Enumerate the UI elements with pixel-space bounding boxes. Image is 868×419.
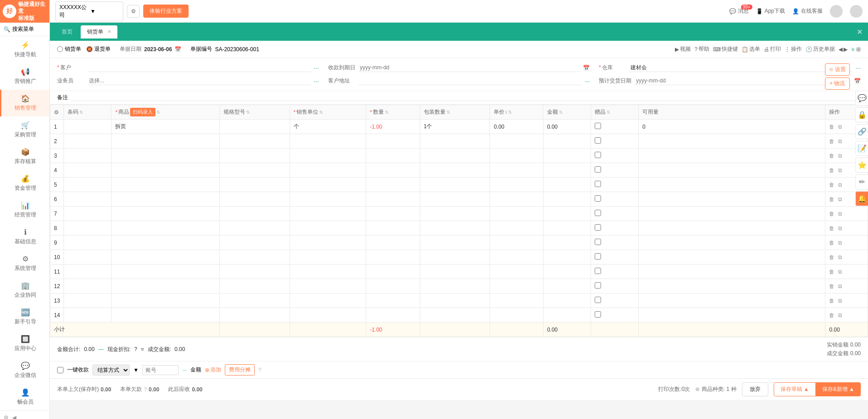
row-spec[interactable] xyxy=(219,250,290,265)
row-unit[interactable] xyxy=(290,265,366,279)
row-unit-price[interactable] xyxy=(490,294,543,308)
sidebar-item-sales[interactable]: 🏠 销售管理 xyxy=(0,90,49,116)
row-product[interactable] xyxy=(112,192,219,207)
row-barcode[interactable] xyxy=(64,221,112,236)
sidebar-item-purchase[interactable]: 🛒 采购管理 xyxy=(0,116,49,143)
message-button[interactable]: 💬 消息 99+ xyxy=(729,7,749,15)
row-unit-price[interactable] xyxy=(490,250,543,265)
delete-icon[interactable]: 🗑 xyxy=(829,240,834,246)
row-unit-price[interactable] xyxy=(490,221,543,236)
row-product[interactable] xyxy=(112,236,219,250)
row-unit[interactable] xyxy=(290,178,366,192)
prev-icon[interactable]: ◀ xyxy=(839,46,843,53)
copy-icon[interactable]: ⧉ xyxy=(838,225,842,231)
delete-icon[interactable]: 🗑 xyxy=(829,312,834,318)
copy-icon[interactable]: ⧉ xyxy=(838,283,842,289)
list-view-icon[interactable]: ≡ xyxy=(851,46,854,53)
avatar[interactable] xyxy=(830,5,843,18)
row-quantity[interactable] xyxy=(366,192,420,207)
radio-sales-order[interactable]: 销货单 xyxy=(57,45,81,53)
row-package-qty[interactable] xyxy=(420,134,490,149)
copy-icon[interactable]: ⧉ xyxy=(838,254,842,260)
pkgqty-sort[interactable]: ⇅ xyxy=(446,110,450,115)
row-product[interactable] xyxy=(112,250,219,265)
row-package-qty[interactable] xyxy=(420,294,490,308)
row-gift[interactable] xyxy=(591,236,639,250)
customer-input[interactable] xyxy=(87,63,311,72)
row-unit-price[interactable] xyxy=(490,279,543,294)
row-package-qty[interactable] xyxy=(420,178,490,192)
gift-checkbox[interactable] xyxy=(595,123,601,129)
copy-icon[interactable]: ⧉ xyxy=(838,298,842,304)
row-package-qty[interactable] xyxy=(420,250,490,265)
row-amount[interactable] xyxy=(543,207,591,221)
gift-checkbox[interactable] xyxy=(595,195,601,202)
right-btn-chat[interactable]: 💬 xyxy=(855,91,868,106)
delete-icon[interactable]: 🗑 xyxy=(829,269,834,275)
salesperson-dots[interactable]: ··· xyxy=(314,77,319,85)
col-settings[interactable]: ⚙ xyxy=(50,105,64,120)
sidebar-item-basic[interactable]: ℹ 基础信息 xyxy=(0,223,49,250)
row-quantity[interactable] xyxy=(366,265,420,279)
gift-checkbox[interactable] xyxy=(595,311,601,318)
gift-checkbox[interactable] xyxy=(595,282,601,289)
row-unit[interactable] xyxy=(290,279,366,294)
save-new-button[interactable]: 保存&新增 ▲ xyxy=(816,382,861,396)
row-spec[interactable] xyxy=(219,308,290,323)
customer-address-input[interactable] xyxy=(358,77,582,85)
row-unit[interactable] xyxy=(290,149,366,163)
row-package-qty[interactable] xyxy=(420,149,490,163)
app-download-button[interactable]: 📱 App下载 xyxy=(756,7,785,15)
online-service-button[interactable]: 👤 在线客服 xyxy=(792,7,823,15)
sidebar-item-inventory[interactable]: 📦 库存核算 xyxy=(0,143,49,170)
delete-icon[interactable]: 🗑 xyxy=(829,283,834,289)
price-sort[interactable]: ⇅ xyxy=(508,110,512,115)
operation-button[interactable]: ⋮ 操作 xyxy=(785,45,802,53)
right-btn-note[interactable]: 📝 xyxy=(855,141,868,156)
logistics-button[interactable]: + 物流 xyxy=(825,77,850,90)
settings-gear-button[interactable]: ⚙ xyxy=(127,5,140,18)
collapse-icon[interactable]: ◀ xyxy=(12,414,16,419)
sidebar-item-enterprise[interactable]: 🏢 企业协同 xyxy=(0,277,49,303)
row-amount[interactable] xyxy=(543,265,591,279)
row-amount[interactable] xyxy=(543,149,591,163)
copy-icon[interactable]: ⧉ xyxy=(838,312,842,318)
delivery-date-input[interactable] xyxy=(634,77,851,85)
customer-dots[interactable]: ··· xyxy=(314,64,319,72)
row-spec[interactable] xyxy=(219,134,290,149)
right-btn-edit[interactable]: ✏ xyxy=(855,174,868,189)
row-unit[interactable] xyxy=(290,207,366,221)
row-unit-price[interactable] xyxy=(490,192,543,207)
row-spec[interactable] xyxy=(219,294,290,308)
sidebar-item-member[interactable]: 👤 畅会员 xyxy=(0,384,49,410)
sidebar-item-finance[interactable]: 💰 资金管理 xyxy=(0,170,49,197)
row-barcode[interactable] xyxy=(64,265,112,279)
row-product[interactable] xyxy=(112,178,219,192)
dots-icon[interactable]: ··· xyxy=(182,367,187,373)
help-button[interactable]: ? 帮助 xyxy=(694,45,709,53)
qty-sort[interactable]: ⇅ xyxy=(385,110,388,115)
sidebar-item-marketing[interactable]: 📢 营销推广 xyxy=(0,63,49,90)
select-button[interactable]: 📋 选单 xyxy=(742,45,760,53)
radio-return-order[interactable]: 退货单 xyxy=(87,45,111,53)
row-product[interactable] xyxy=(112,163,219,178)
row-product[interactable] xyxy=(112,134,219,149)
amount-sort[interactable]: ⇅ xyxy=(559,110,563,115)
grid-view-icon[interactable]: ⊞ xyxy=(856,46,861,53)
next-icon[interactable]: ▶ xyxy=(844,46,848,53)
row-barcode[interactable] xyxy=(64,192,112,207)
row-spec[interactable] xyxy=(219,207,290,221)
gift-checkbox[interactable] xyxy=(595,181,601,187)
add-payment-button[interactable]: ⊕ 添加 xyxy=(205,366,221,374)
row-quantity[interactable] xyxy=(366,236,420,250)
delete-icon[interactable]: 🗑 xyxy=(829,196,834,202)
sidebar-item-appcenter[interactable]: 🔲 应用中心 xyxy=(0,330,49,357)
row-quantity[interactable] xyxy=(366,294,420,308)
row-spec[interactable] xyxy=(219,192,290,207)
sidebar-item-guide[interactable]: 🆕 新手引导 xyxy=(0,303,49,330)
row-product[interactable] xyxy=(112,149,219,163)
row-product[interactable] xyxy=(112,294,219,308)
row-gift[interactable] xyxy=(591,120,639,134)
product-sort[interactable]: ⇅ xyxy=(156,110,160,115)
row-quantity[interactable] xyxy=(366,250,420,265)
